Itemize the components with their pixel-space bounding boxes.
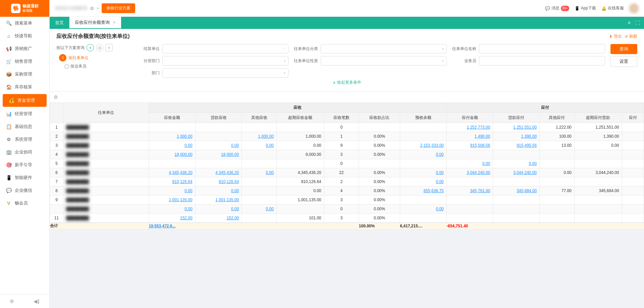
table-cell[interactable]: 810,126.64 (149, 177, 195, 186)
table-cell[interactable]: 0.00 (446, 159, 493, 168)
table-cell[interactable]: 1,251,551.00 (493, 123, 540, 132)
table-cell[interactable] (493, 150, 540, 159)
topbar-gear-btn[interactable]: ⚙ (90, 6, 94, 11)
table-cell[interactable]: 1,490.00 (446, 132, 493, 141)
table-cell[interactable] (446, 195, 493, 205)
table-cell[interactable]: 0.00 (195, 205, 242, 214)
table-cell[interactable]: 345,684.00 (493, 186, 540, 195)
unit-nature-input[interactable]: ▾ (321, 56, 447, 65)
trial-btn[interactable]: 体验行业方案 (102, 3, 135, 13)
table-cell[interactable] (242, 195, 277, 205)
table-cell[interactable] (400, 132, 447, 141)
table-cell[interactable] (400, 159, 447, 168)
sidebar-item-vip[interactable]: V 畅会员 (0, 197, 49, 210)
table-cell[interactable]: 4,345,436.20 (195, 168, 242, 177)
table-cell[interactable]: 4,345,436.20 (149, 168, 195, 177)
unit-category-input[interactable]: ▾ (321, 44, 447, 53)
table-cell[interactable] (446, 205, 493, 214)
table-cell[interactable] (400, 214, 447, 223)
table-cell[interactable] (195, 132, 242, 141)
table-cell[interactable]: 1,390.00 (493, 132, 540, 141)
query-btn[interactable]: 查询 (610, 44, 637, 54)
tab-current[interactable]: 应收应付余额查询 × (69, 17, 121, 29)
sidebar-item-search-menu[interactable]: 🔍 搜索菜单 (0, 17, 49, 30)
topbar-customer-service[interactable]: 🔔 在线客服 (601, 5, 624, 11)
table-cell[interactable]: 1,001,135.00 (195, 195, 242, 205)
table-cell[interactable]: 1,001,135.00 (149, 195, 195, 205)
table-cell[interactable]: 0.00 (242, 141, 277, 150)
filter-plan-unit[interactable]: S 按往来单位 (59, 54, 130, 61)
table-cell[interactable]: 0.00 (149, 141, 195, 150)
table-cell[interactable] (149, 159, 195, 168)
table-cell[interactable]: 0.00 (242, 205, 277, 214)
table-cell[interactable]: 1,000.00 (242, 132, 277, 141)
sidebar-item-wechat[interactable]: 💬 企业微信 (0, 184, 49, 197)
table-cell[interactable]: 1,000.00 (149, 132, 195, 141)
table-cell[interactable] (242, 150, 277, 159)
table-cell[interactable] (242, 123, 277, 132)
table-cell[interactable]: 0.00 (149, 186, 195, 195)
table-cell[interactable] (242, 159, 277, 168)
sidebar-item-hardware[interactable]: 📱 智能硬件 (0, 171, 49, 184)
table-cell[interactable]: 915,495.56 (493, 141, 540, 150)
sidebar-collapse-btn[interactable]: ◀‖ (31, 297, 42, 305)
sidebar-settings-btn[interactable]: ⚙ (7, 297, 17, 305)
sidebar-item-funds[interactable]: 💰 资金管理 (3, 94, 47, 107)
tabbar-close-btn[interactable]: ✕ (627, 20, 631, 26)
table-cell[interactable] (493, 177, 540, 186)
table-cell[interactable]: 1,252,773.00 (446, 123, 493, 132)
table-cell[interactable]: 345,761.00 (446, 186, 493, 195)
filter-add-btn[interactable]: + (87, 44, 94, 51)
table-cell[interactable]: 0.00 (242, 168, 277, 177)
table-cell[interactable] (242, 186, 277, 195)
table-cell[interactable]: 810,126.64 (195, 177, 242, 186)
table-cell[interactable]: 0.00 (195, 141, 242, 150)
sidebar-item-sales[interactable]: 🛒 销售管理 (0, 55, 49, 68)
table-cell[interactable]: 0.00 (400, 177, 447, 186)
table-cell[interactable] (493, 195, 540, 205)
sidebar-item-system[interactable]: ⚙ 系统管理 (0, 133, 49, 146)
table-scroll[interactable]: 往来单位 应收 应付 应收金额 贷款应收 其他应收 超期应收金额 应收笔数 应收… (50, 102, 644, 229)
table-cell[interactable] (446, 214, 493, 223)
topbar-user[interactable]: Rit (629, 4, 639, 13)
table-cell[interactable]: 0.00 (400, 168, 447, 177)
table-cell[interactable]: 915,508.56 (446, 141, 493, 150)
table-cell[interactable] (195, 159, 242, 168)
table-cell[interactable]: 152.00 (149, 214, 195, 223)
sidebar-item-purchase[interactable]: 📦 采购管理 (0, 68, 49, 81)
table-gear-btn[interactable]: ⚙ (54, 94, 58, 100)
sidebar-item-quick-nav[interactable]: ⌂ 快捷导航 (0, 30, 49, 42)
table-cell[interactable]: 18,000.00 (149, 150, 195, 159)
topbar-app-download[interactable]: 📱 App下载 (575, 5, 596, 11)
table-cell[interactable] (400, 195, 447, 205)
sidebar-item-basic-info[interactable]: 📋 基础信息 (0, 120, 49, 133)
tabbar-expand-btn[interactable]: ⛶ (635, 20, 640, 26)
table-cell[interactable] (242, 214, 277, 223)
table-cell[interactable] (446, 177, 493, 186)
filter-circle-btn[interactable]: ◎ (96, 44, 103, 51)
unit-name-input[interactable] (479, 44, 605, 53)
subdept-input[interactable]: ▾ (162, 68, 288, 78)
topbar-message[interactable]: 💬 消息 99+ (545, 5, 569, 11)
table-cell[interactable] (195, 123, 242, 132)
settlement-input[interactable]: ··· (162, 44, 288, 53)
sidebar-item-marketing[interactable]: 📢 营销推广 (0, 42, 49, 55)
table-cell[interactable]: 655,636.75 (400, 186, 447, 195)
table-cell[interactable]: 0.00 (400, 150, 447, 159)
table-cell[interactable]: 152.00 (195, 214, 242, 223)
sidebar-item-guide[interactable]: 🎯 新手引导 (0, 159, 49, 171)
tab-home[interactable]: 首页 (50, 17, 69, 29)
filter-plan-salesman[interactable]: 按业务员 (62, 63, 130, 70)
dept-input[interactable]: ▾ (162, 56, 288, 65)
table-cell[interactable]: 0.00 (195, 186, 242, 195)
table-cell[interactable]: 0.00 (149, 205, 195, 214)
table-cell[interactable] (493, 205, 540, 214)
refresh-btn[interactable]: ↺ 刷新 (625, 34, 637, 39)
table-cell[interactable]: 18,000.00 (195, 150, 242, 159)
table-cell[interactable]: 3,044,240.00 (493, 168, 540, 177)
table-cell[interactable] (400, 123, 447, 132)
sidebar-item-operations[interactable]: 📊 经营管理 (0, 107, 49, 120)
table-cell[interactable]: 0.00 (493, 159, 540, 168)
table-cell[interactable] (446, 150, 493, 159)
tab-close-btn[interactable]: × (113, 20, 115, 25)
